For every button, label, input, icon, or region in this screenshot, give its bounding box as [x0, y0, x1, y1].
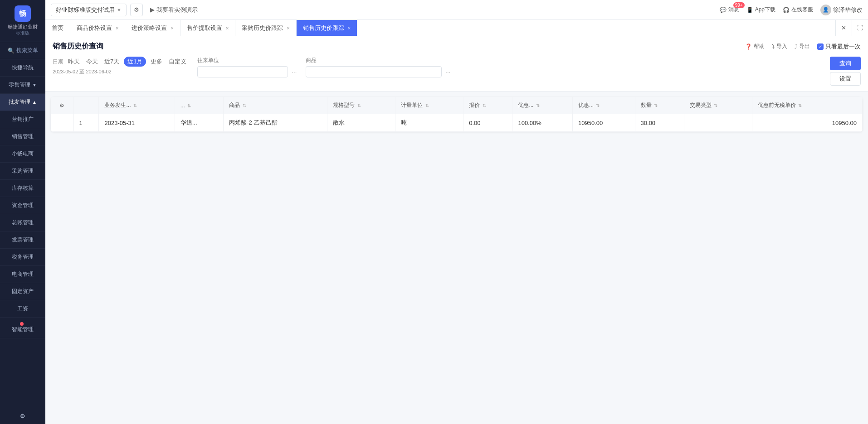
- th-price-label: 报价: [469, 102, 480, 108]
- sidebar-quick-nav[interactable]: 快捷导航: [0, 59, 45, 77]
- sidebar-logo: 畅 畅捷通好业财 标准版: [0, 0, 45, 42]
- th-product[interactable]: 商品 ⇅: [224, 97, 327, 114]
- source-unit-input[interactable]: [197, 66, 288, 77]
- import-btn[interactable]: ⤵ 导入: [772, 43, 787, 50]
- message-btn[interactable]: 💬 消息 99+: [720, 6, 739, 14]
- sidebar-item-tax[interactable]: 税务管理: [0, 249, 45, 266]
- th-unit[interactable]: 计量单位 ⇅: [395, 97, 463, 114]
- th-product-label: 商品: [229, 102, 240, 108]
- sidebar-item-inventory-label: 库存核算: [12, 184, 34, 192]
- th-pretax-price[interactable]: 优惠前无税单价 ⇅: [752, 97, 862, 114]
- query-btn[interactable]: 查询: [830, 57, 861, 70]
- export-btn[interactable]: ⤴ 导出: [795, 43, 810, 50]
- th-business-date[interactable]: 业务发生... ⇅: [99, 97, 175, 114]
- avatar: 👤: [820, 5, 831, 15]
- page-header: 销售历史价查询 ❓ 帮助 ⤵ 导入 ⤴ 导出 ✓: [45, 36, 868, 92]
- sidebar-settings-btn[interactable]: ⚙: [0, 408, 45, 424]
- close-icon[interactable]: ×: [287, 25, 289, 31]
- sidebar-item-ecommerce-light[interactable]: 小畅电商: [0, 145, 45, 163]
- sort-icon: ⇅: [187, 103, 191, 108]
- th-quantity[interactable]: 数量 ⇅: [635, 97, 684, 114]
- logo-edition: 标准版: [16, 30, 29, 36]
- date-option-more[interactable]: 更多: [149, 57, 164, 67]
- sort-icon: ⇅: [536, 103, 540, 108]
- version-selector[interactable]: 好业财标准版交付试用 ▼: [51, 4, 127, 16]
- tab-home[interactable]: 首页: [45, 20, 70, 36]
- sidebar-item-sales[interactable]: 销售管理: [0, 128, 45, 145]
- th-unit-label: 计量单位: [401, 102, 423, 108]
- product-dots-btn[interactable]: ···: [445, 68, 450, 75]
- th-extra[interactable]: ... ⇅: [175, 97, 223, 114]
- sidebar-item-inventory[interactable]: 库存核算: [0, 180, 45, 197]
- tab-purchase-strategy[interactable]: 进价策略设置 ×: [125, 20, 180, 36]
- table-area: ⚙ 业务发生... ⇅ ... ⇅ 商品 ⇅: [45, 92, 868, 424]
- source-unit-filter-group: 往来单位 ···: [197, 57, 297, 77]
- sidebar-item-ecommerce[interactable]: 电商管理: [0, 266, 45, 283]
- app-download-btn[interactable]: 📱 App下载: [746, 6, 775, 14]
- sidebar-quick-nav-label: 快捷导航: [12, 64, 34, 72]
- help-btn[interactable]: ❓ 帮助: [745, 43, 765, 50]
- th-spec[interactable]: 规格型号 ⇅: [327, 97, 395, 114]
- date-option-last1month[interactable]: 近1月: [124, 57, 146, 67]
- page-title-actions: ❓ 帮助 ⤵ 导入 ⤴ 导出 ✓ 只看最后一次: [745, 43, 861, 51]
- only-last-checkbox[interactable]: ✓ 只看最后一次: [817, 43, 861, 51]
- sidebar-item-ledger[interactable]: 总账管理: [0, 214, 45, 231]
- sidebar-item-wholesale[interactable]: 批发管理 ▲: [0, 94, 45, 111]
- sidebar-item-salary[interactable]: 工资: [0, 300, 45, 318]
- user-info[interactable]: 👤 徐泽华修改: [820, 5, 863, 15]
- logo-name: 畅捷通好业财: [8, 24, 38, 30]
- tab-sales-history[interactable]: 销售历史价跟踪 ×: [297, 20, 357, 36]
- tab-sale-price[interactable]: 售价提取设置 ×: [180, 20, 235, 36]
- sort-icon: ⇅: [425, 103, 429, 108]
- topbar-demo-btn[interactable]: ▶ 我要看实例演示: [150, 6, 198, 14]
- th-trade-type[interactable]: 交易类型 ⇅: [684, 97, 752, 114]
- close-icon: ✕: [841, 24, 846, 31]
- sidebar-item-capital[interactable]: 资金管理: [0, 197, 45, 214]
- date-option-last7[interactable]: 近7天: [102, 57, 121, 67]
- th-discount1[interactable]: 优惠... ⇅: [512, 97, 573, 114]
- product-input[interactable]: [306, 66, 442, 77]
- source-unit-dots-btn[interactable]: ···: [292, 68, 297, 75]
- red-dot-icon: [20, 322, 24, 326]
- sort-icon: ⇅: [357, 103, 361, 108]
- close-icon[interactable]: ×: [348, 25, 351, 31]
- sidebar-item-smart[interactable]: 智能管理: [0, 318, 45, 338]
- th-discount2[interactable]: 优惠... ⇅: [572, 97, 635, 114]
- tab-expand-btn[interactable]: ⛶: [852, 20, 868, 36]
- th-trade-type-label: 交易类型: [690, 102, 712, 108]
- sort-icon: ⇅: [596, 103, 600, 108]
- th-price[interactable]: 报价 ⇅: [463, 97, 512, 114]
- date-option-yesterday[interactable]: 昨天: [66, 57, 82, 67]
- sidebar-item-invoice[interactable]: 发票管理: [0, 231, 45, 249]
- sidebar-item-ecommerce-label: 电商管理: [12, 270, 34, 278]
- main-area: 好业财标准版交付试用 ▼ ⚙ ▶ 我要看实例演示 💬 消息 99+ 📱 App下…: [45, 0, 868, 424]
- sidebar-item-retail[interactable]: 零售管理 ▼: [0, 77, 45, 94]
- tab-purchase-history[interactable]: 采购历史价跟踪 ×: [235, 20, 296, 36]
- sidebar-search[interactable]: 🔍 搜索菜单: [0, 42, 45, 59]
- close-icon[interactable]: ×: [116, 25, 118, 31]
- logo-icon: 畅: [15, 5, 31, 22]
- sidebar-item-invoice-label: 发票管理: [12, 236, 34, 244]
- date-option-today[interactable]: 今天: [84, 57, 100, 67]
- tab-close-btn[interactable]: ✕: [835, 20, 852, 36]
- tab-right-actions: ✕ ⛶: [835, 20, 868, 36]
- sidebar-item-marketing[interactable]: 营销推广: [0, 111, 45, 128]
- close-icon[interactable]: ×: [226, 25, 229, 31]
- topbar-gear-btn[interactable]: ⚙: [130, 4, 143, 16]
- source-unit-input-group: ···: [197, 66, 297, 77]
- sidebar-item-purchase[interactable]: 采购管理: [0, 163, 45, 180]
- th-gear[interactable]: ⚙: [51, 97, 73, 114]
- date-option-custom[interactable]: 自定义: [167, 57, 188, 67]
- close-icon[interactable]: ×: [171, 25, 173, 31]
- page-content: 销售历史价查询 ❓ 帮助 ⤵ 导入 ⤴ 导出 ✓: [45, 36, 868, 424]
- sidebar-item-fixed-assets[interactable]: 固定资产: [0, 283, 45, 300]
- only-last-label: 只看最后一次: [825, 43, 861, 51]
- settings-btn[interactable]: 设置: [830, 72, 861, 86]
- sidebar: 畅 畅捷通好业财 标准版 🔍 搜索菜单 快捷导航 零售管理 ▼ 批发管理 ▲ 营…: [0, 0, 45, 424]
- sidebar-search-label: 搜索菜单: [16, 47, 38, 54]
- table-row: 1 2023-05-31 华追... 丙烯酸-2-乙基己酯 散水 吨 0.00 …: [51, 114, 863, 132]
- online-service-btn[interactable]: 🎧 在线客服: [783, 6, 813, 14]
- th-index: [73, 97, 99, 114]
- tab-product-price[interactable]: 商品价格设置 ×: [70, 20, 125, 36]
- topbar-right: 💬 消息 99+ 📱 App下载 🎧 在线客服 👤 徐泽华修改: [720, 5, 863, 15]
